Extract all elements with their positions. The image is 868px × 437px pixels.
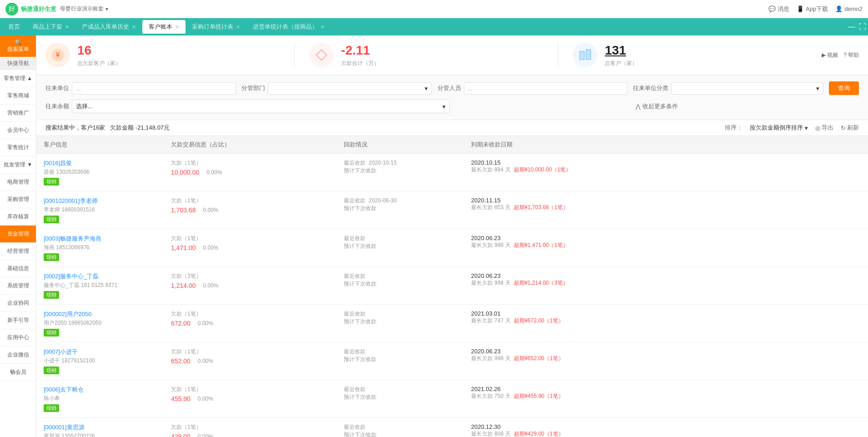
sidebar-item-guide[interactable]: 新手引导 [0, 312, 36, 329]
filter-area: 往来单位 ... 分管部门 ▾ 分管人员 ... [36, 75, 868, 120]
last-payment-label: 最近收款 [344, 273, 366, 279]
stat-total-value: 131 [605, 43, 637, 58]
customer-name[interactable]: [0001020001]李老师 [44, 197, 156, 205]
sidebar-item-marketing[interactable]: 营销推广 [0, 105, 36, 122]
sidebar-item-app-center[interactable]: 应用中心 [0, 329, 36, 347]
tab-close-icon[interactable]: ✕ [65, 24, 69, 30]
customer-input[interactable]: ... [72, 82, 236, 95]
sidebar-item-basic-info[interactable]: 基础信息 [0, 260, 36, 277]
last-payment-date [367, 273, 369, 279]
sidebar-item-retail-mall[interactable]: 零售商城 [0, 87, 36, 105]
customer-name[interactable]: [0007]小进干 [44, 348, 156, 356]
logo-icon: 好 [5, 3, 18, 15]
overdue-info: 最长欠款 853 天 超期¥1,703.68（1笔） [471, 204, 861, 211]
tab-purchase-order[interactable]: 采购订单统计表 ✕ [186, 20, 246, 34]
sidebar-item-system[interactable]: 系统管理 [0, 277, 36, 295]
debt-amount: 429.00 [171, 433, 191, 437]
sidebar-item-member2[interactable]: 畅会员 [0, 364, 36, 381]
tab-stock-stats-label: 进货单统计表（按商品） [253, 23, 318, 31]
store-selector[interactable]: 母婴行业演示账套 ▾ [60, 5, 108, 13]
overdue-amount[interactable]: 超期¥1,214.00（3笔） [514, 280, 568, 286]
user-avatar[interactable]: 👤 demo2 [835, 5, 863, 12]
filter-row-2: 往来余额 选择... ▾ ⋀ 收起更多条件 [45, 100, 859, 113]
filter-label-dept: 分管部门 [241, 84, 265, 92]
customer-contact: 服务中心_丁磊 181 0125 8371 [44, 281, 156, 289]
tab-product-offline[interactable]: 商品上下架 ✕ [26, 20, 75, 34]
payment-info: 最近收款 [344, 423, 457, 431]
overdue-amount[interactable]: 超期¥672.00（1笔） [514, 317, 564, 324]
export-button[interactable]: ◎ 导出 [815, 124, 833, 132]
filter-label-manager: 分管人员 [437, 84, 461, 92]
sidebar-item-retail-mgmt[interactable]: 零售管理 ▲ [0, 70, 36, 87]
tab-close-icon[interactable]: ✕ [321, 24, 325, 30]
sort-select[interactable]: 按欠款金额倒序排序 ▾ [750, 124, 808, 132]
filter-label-category: 往来单位分类 [633, 84, 668, 92]
refresh-button[interactable]: ↻ 刷新 [841, 124, 859, 132]
category-select[interactable]: ▾ [671, 82, 823, 95]
overdue-days: 最长欠款 750 天 [471, 393, 512, 399]
debt-info: 欠款（1笔） [171, 197, 329, 205]
overdue-amount[interactable]: 超期¥1,703.68（1笔） [514, 204, 568, 211]
overdue-days: 最长欠款 853 天 [471, 204, 512, 211]
dept-select[interactable]: ▾ [268, 82, 432, 95]
sidebar-item-member[interactable]: 会员中心 [0, 122, 36, 139]
last-payment-date [367, 235, 369, 241]
due-date: 2021.02.26 [471, 386, 861, 392]
customer-name[interactable]: [0003]畅捷服务尹海燕 [44, 235, 156, 243]
app-name: 畅捷通好生意 [21, 5, 56, 13]
overdue-amount[interactable]: 超期¥455.90（1笔） [514, 393, 564, 399]
debt-percent: 0.00% [203, 207, 219, 213]
svg-text:¥: ¥ [55, 51, 60, 59]
tab-close-icon[interactable]: ✕ [132, 24, 136, 30]
sidebar-item-enterprise[interactable]: 企业协同 [0, 295, 36, 312]
tab-bar-actions: — ⛶ [848, 23, 866, 31]
filter-label-balance: 往来余额 [45, 102, 69, 111]
customer-name[interactable]: [000001]黄思源 [44, 423, 156, 432]
customer-name[interactable]: [000002]用户2050 [44, 310, 156, 318]
sidebar-item-wechat[interactable]: 企业微信 [0, 347, 36, 364]
overdue-amount[interactable]: 超期¥652.00（1笔） [514, 355, 564, 362]
tab-home[interactable]: 首页 [2, 20, 26, 34]
sidebar-item-operation[interactable]: 经营管理 [0, 243, 36, 260]
sidebar-item-finance[interactable]: 资金管理 [0, 226, 36, 243]
overdue-info: 最长欠款 998 天 超期¥1,214.00（3笔） [471, 279, 861, 287]
sidebar-item-retail-stats[interactable]: 零售统计 [0, 139, 36, 156]
tab-maximize-icon[interactable]: ⛶ [859, 23, 866, 31]
due-date: 2020.12.30 [471, 423, 861, 430]
debt-amount: 1,471.00 [171, 244, 196, 251]
help-button[interactable]: ? 帮助 [843, 51, 859, 59]
collapse-button[interactable]: ⋀ 收起更多条件 [632, 100, 682, 112]
search-button[interactable]: 查询 [829, 81, 859, 95]
results-text: 搜索结果中，客户16家 欠款金额 -21,148.07元 [45, 124, 170, 132]
overdue-amount[interactable]: 超期¥10,000.00（1笔） [514, 166, 572, 173]
customer-name[interactable]: [0006]去下粮仓 [44, 386, 156, 394]
sidebar-item-wholesale-mgmt[interactable]: 批发管理 ▼ [0, 156, 36, 174]
sidebar-search[interactable]: 🔍 搜索菜单 [0, 35, 36, 57]
tab-stock-stats[interactable]: 进货单统计表（按商品） ✕ [246, 20, 331, 34]
app-download-button[interactable]: 📱 App下载 [797, 5, 828, 13]
tab-product-stock[interactable]: 产成品入库单历史 ✕ [75, 20, 142, 34]
sidebar-item-ecommerce[interactable]: 电商管理 [0, 174, 36, 191]
overdue-amount[interactable]: 超期¥429.00（1笔） [514, 431, 564, 437]
debt-amount: 672.00 [171, 320, 191, 327]
overdue-days: 最长欠款 998 天 [471, 280, 512, 286]
stat-icon-customers: ¥ [45, 43, 70, 67]
tab-customer-account[interactable]: 客户账本 ✕ [142, 20, 186, 34]
video-button[interactable]: ▶ 视频 [822, 51, 838, 59]
customer-name[interactable]: [0016]昌俊 [44, 159, 156, 167]
chevron-down-icon: ▾ [816, 85, 819, 92]
tab-minimize-icon[interactable]: — [848, 23, 855, 31]
manager-input[interactable]: ... [464, 82, 628, 95]
tab-close-icon[interactable]: ✕ [175, 24, 179, 30]
message-button[interactable]: 💬 消息 [768, 5, 789, 13]
sidebar-item-inventory[interactable]: 库存核算 [0, 208, 36, 226]
debt-percent: 0.00% [198, 396, 213, 402]
balance-select[interactable]: 选择... ▾ [72, 100, 450, 113]
overdue-amount[interactable]: 超期¥1,471.00（1笔） [514, 242, 568, 248]
debt-amount: 652.00 [171, 357, 191, 365]
customer-contact: 小进干 18279152100 [44, 357, 156, 365]
tab-close-icon[interactable]: ✕ [236, 24, 240, 30]
sidebar-item-purchase[interactable]: 采购管理 [0, 191, 36, 208]
customer-name[interactable]: [0002]服务中心_丁磊 [44, 272, 156, 281]
filter-group-dept: 分管部门 ▾ [241, 82, 432, 95]
